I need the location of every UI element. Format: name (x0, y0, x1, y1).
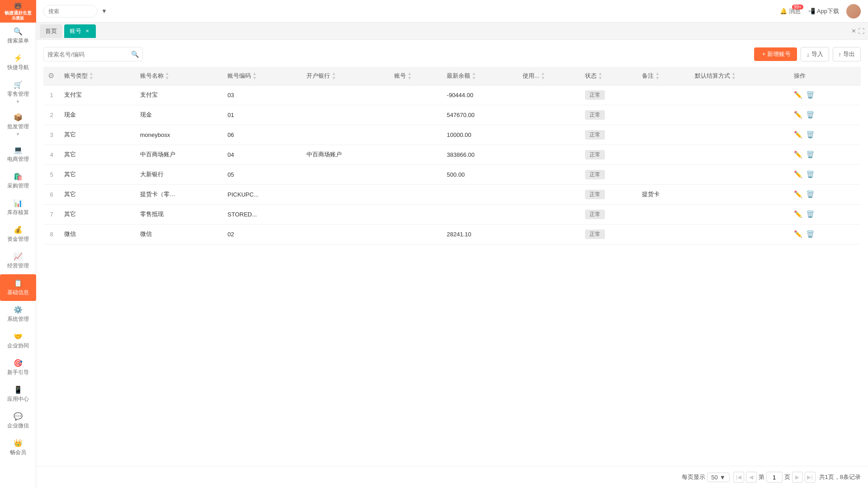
edit-button[interactable]: ✏️ (794, 230, 802, 238)
sidebar-item-corp-agreement[interactable]: 🤝 企业协同 (0, 328, 36, 354)
sort-accountno-icon[interactable]: ▲▼ (407, 71, 412, 80)
edit-button[interactable]: ✏️ (794, 131, 802, 139)
delete-button[interactable]: 🗑️ (806, 170, 815, 178)
tab-account[interactable]: 账号 ✕ (64, 24, 96, 38)
page-last-button[interactable]: ▶| (805, 472, 816, 483)
page-next-button[interactable]: ▶ (792, 472, 803, 483)
sidebar-item-new-guide[interactable]: 🎯 新手引导 (0, 354, 36, 381)
export-button[interactable]: ↑ 导出 (833, 47, 861, 61)
sort-remark-icon[interactable]: ▲▼ (655, 71, 660, 80)
sidebar-item-app-center[interactable]: 📱 应用中心 (0, 381, 36, 408)
sort-balance-icon[interactable]: ▲▼ (472, 71, 476, 80)
row-account (390, 204, 442, 224)
page-prev-button[interactable]: ◀ (746, 472, 757, 483)
row-settlement (690, 145, 789, 164)
page-nav: |◀ ◀ 第 页 ▶ ▶| (733, 472, 816, 483)
sidebar-item-corp-wechat[interactable]: 💬 企业微信 (0, 408, 36, 434)
row-balance: 28241.10 (442, 224, 518, 244)
table-row: 7 其它 零售抵现 STORED... 正常 ✏️ 🗑️ (43, 204, 861, 224)
topbar-dropdown[interactable]: ▼ (101, 8, 107, 14)
row-account (390, 85, 442, 105)
purchase-mgmt-icon: 🛍️ (14, 172, 23, 181)
tab-close-button[interactable]: ✕ (84, 28, 90, 34)
sort-settlement-icon[interactable]: ▲▼ (731, 71, 736, 80)
table-row: 5 其它 大新银行 05 500.00 正常 ✏️ 🗑️ (43, 164, 861, 184)
import-button[interactable]: ↓ 导入 (801, 47, 829, 61)
sidebar-item-sys-mgmt[interactable]: ⚙️ 系统管理 (0, 301, 36, 328)
row-bank (302, 105, 390, 125)
sidebar-item-member[interactable]: 👑 畅会员 (0, 434, 36, 461)
page-first-button[interactable]: |◀ (733, 472, 744, 483)
edit-button[interactable]: ✏️ (794, 150, 802, 159)
row-remark (637, 85, 690, 105)
quick-nav-icon: ⚡ (14, 54, 23, 62)
sidebar-item-retail-mgmt[interactable]: 🛒 零售管理 ▼ (0, 76, 36, 108)
account-search-input[interactable] (47, 51, 131, 58)
row-code: 04 (223, 145, 302, 164)
close-icon[interactable]: ✕ (851, 28, 856, 34)
delete-button[interactable]: 🗑️ (806, 190, 815, 198)
edit-button[interactable]: ✏️ (794, 210, 802, 218)
messages-button[interactable]: 🔔 消息 99+ (780, 7, 801, 15)
delete-button[interactable]: 🗑️ (806, 131, 815, 139)
page-number-input[interactable] (766, 472, 783, 483)
page-suffix: 页 (784, 473, 790, 481)
pagination: 每页显示 50 ▼ |◀ ◀ 第 页 ▶ ▶| 共1页，8条记录 (36, 466, 868, 488)
messages-badge: 99+ (792, 5, 803, 9)
sort-status-icon[interactable]: ▲▼ (598, 71, 603, 80)
row-settlement (690, 85, 789, 105)
user-avatar[interactable] (846, 4, 861, 19)
delete-button[interactable]: 🗑️ (806, 210, 815, 218)
row-remark (637, 145, 690, 164)
row-bank (302, 224, 390, 244)
row-use (518, 204, 580, 224)
row-code: STORED... (223, 204, 302, 224)
sort-name-icon[interactable]: ▲▼ (165, 71, 170, 80)
topbar-search-input[interactable] (43, 5, 98, 18)
expand-icon[interactable]: ⛶ (858, 28, 864, 35)
row-actions: ✏️ 🗑️ (789, 85, 861, 105)
content-area: 🔍 + 新增账号 ↓ 导入 ↑ 导出 (36, 40, 868, 466)
row-status: 正常 (580, 145, 637, 164)
retail-mgmt-icon: 🛒 (14, 80, 23, 89)
edit-button[interactable]: ✏️ (794, 91, 802, 99)
sidebar-item-purchase-mgmt[interactable]: 🛍️ 采购管理 (0, 168, 36, 194)
row-balance: 547670.00 (442, 105, 518, 125)
sidebar-item-inventory-calc[interactable]: 📊 库存核算 (0, 194, 36, 221)
sidebar-item-search-menu[interactable]: 🔍 搜索菜单 (0, 23, 36, 49)
row-no: 8 (43, 224, 60, 244)
edit-button[interactable]: ✏️ (794, 111, 802, 119)
settings-col-icon[interactable]: ⚙ (48, 72, 54, 80)
app-center-icon: 📱 (14, 385, 23, 394)
search-field[interactable]: 🔍 (43, 47, 143, 61)
inventory-calc-icon: 📊 (14, 199, 23, 207)
row-settlement (690, 224, 789, 244)
add-account-button[interactable]: + 新增账号 (754, 47, 797, 61)
delete-button[interactable]: 🗑️ (806, 91, 815, 99)
sidebar-item-quick-nav[interactable]: ⚡ 快捷导航 (0, 49, 36, 76)
sidebar-item-ops-mgmt[interactable]: 📈 经营管理 (0, 248, 36, 274)
sort-use-icon[interactable]: ▲▼ (541, 71, 545, 80)
edit-button[interactable]: ✏️ (794, 190, 802, 198)
app-download-button[interactable]: 📲 App下载 (808, 7, 839, 15)
delete-button[interactable]: 🗑️ (806, 230, 815, 238)
sort-code-icon[interactable]: ▲▼ (252, 71, 257, 80)
row-account (390, 224, 442, 244)
sort-type-icon[interactable]: ▲▼ (89, 71, 94, 80)
sidebar-item-fund-mgmt[interactable]: 💰 资金管理 (0, 221, 36, 248)
page-size-dropdown[interactable]: 50 ▼ (707, 473, 729, 482)
edit-button[interactable]: ✏️ (794, 170, 802, 178)
sidebar-item-wholesale-mgmt[interactable]: 📦 批发管理 ▼ (0, 108, 36, 141)
sidebar-item-ecommerce-mgmt[interactable]: 💻 电商管理 (0, 141, 36, 168)
tab-home[interactable]: 首页 (40, 24, 62, 38)
sidebar-item-basic-info[interactable]: 📋 基础信息 (0, 274, 36, 301)
sort-bank-icon[interactable]: ▲▼ (331, 71, 336, 80)
row-name: moneybosx (136, 125, 223, 145)
delete-button[interactable]: 🗑️ (806, 111, 815, 119)
row-no: 6 (43, 184, 60, 204)
row-settlement (690, 184, 789, 204)
row-code: 06 (223, 125, 302, 145)
row-remark: 提货卡 (637, 184, 690, 204)
bell-icon: 🔔 (780, 8, 787, 14)
delete-button[interactable]: 🗑️ (806, 150, 815, 159)
